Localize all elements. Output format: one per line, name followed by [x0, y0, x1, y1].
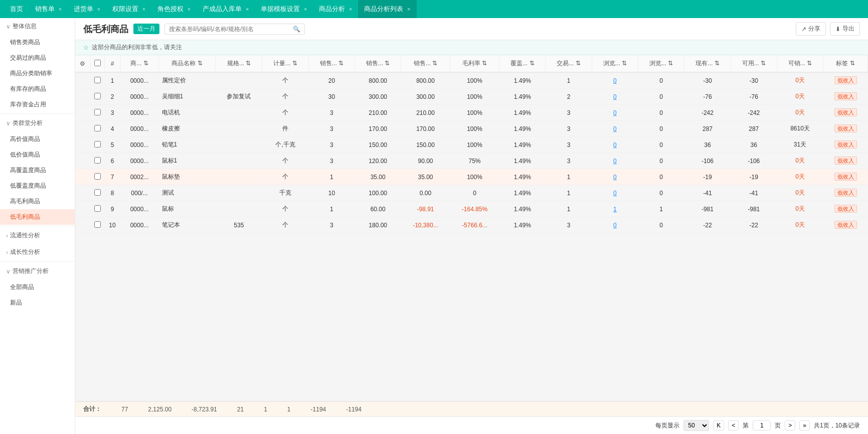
- cell-view1[interactable]: 0: [592, 185, 638, 201]
- next-page-btn[interactable]: >: [785, 420, 795, 430]
- cell-checkbox[interactable]: [90, 121, 104, 137]
- cell-checkbox[interactable]: [90, 169, 104, 185]
- row-checkbox[interactable]: [94, 221, 101, 228]
- export-button[interactable]: ⬇ 导出: [830, 22, 860, 36]
- col-current[interactable]: 现有... ⇅: [684, 55, 731, 72]
- search-icon[interactable]: 🔍: [293, 26, 300, 33]
- cell-checkbox[interactable]: [90, 201, 104, 217]
- nav-permissions-close[interactable]: ×: [142, 6, 145, 12]
- col-checkbox[interactable]: [90, 55, 104, 72]
- nav-sales[interactable]: 销售单 ×: [29, 0, 68, 18]
- nav-analysis[interactable]: 商品分析 ×: [313, 0, 358, 18]
- cell-view1[interactable]: 0: [592, 121, 638, 137]
- row-checkbox[interactable]: [94, 109, 101, 115]
- sidebar-group-overall[interactable]: ∨ 整体信息: [0, 18, 75, 35]
- cell-checkbox[interactable]: [90, 137, 104, 153]
- cell-view1[interactable]: 0: [592, 153, 638, 169]
- sidebar-group-marketing[interactable]: ∨ 营销推广分析: [0, 263, 75, 279]
- col-coverage[interactable]: 覆盖... ⇅: [499, 55, 546, 72]
- row-checkbox[interactable]: [94, 189, 101, 196]
- page-input[interactable]: [753, 420, 771, 430]
- nav-products-close[interactable]: ×: [246, 6, 249, 12]
- sidebar-item-low-value[interactable]: 低价值商品: [0, 147, 75, 163]
- nav-roles-close[interactable]: ×: [188, 6, 191, 12]
- cell-checkbox[interactable]: [90, 185, 104, 201]
- sidebar-item-low-profit[interactable]: 低毛利商品: [0, 209, 75, 225]
- sidebar-item-goods-abc[interactable]: 商品分类助销率: [0, 66, 75, 81]
- first-page-btn[interactable]: K: [713, 420, 724, 430]
- search-input[interactable]: [169, 26, 291, 33]
- col-sellable[interactable]: 可销... ⇅: [777, 55, 823, 72]
- row-checkbox[interactable]: [94, 125, 101, 131]
- prev-page-btn[interactable]: <: [728, 420, 739, 430]
- share-button[interactable]: ↗ 分享: [796, 22, 826, 36]
- sidebar-group-growth[interactable]: › 成长性分析: [0, 244, 75, 260]
- col-gross-rate[interactable]: 毛利率 ⇅: [450, 55, 499, 72]
- nav-sales-close[interactable]: ×: [59, 6, 62, 12]
- cell-view1[interactable]: 0: [592, 169, 638, 185]
- sidebar-item-new-goods[interactable]: 新品: [0, 295, 75, 311]
- col-name[interactable]: 商品名称 ⇅: [158, 55, 216, 72]
- col-code[interactable]: 商... ⇅: [120, 55, 158, 72]
- cell-checkbox[interactable]: [90, 89, 104, 105]
- row-checkbox[interactable]: [94, 173, 101, 180]
- period-btn[interactable]: 近一月: [133, 24, 159, 34]
- col-available[interactable]: 可用... ⇅: [731, 55, 777, 72]
- sidebar-item-all-goods[interactable]: 全部商品: [0, 279, 75, 295]
- nav-home[interactable]: 首页: [4, 0, 29, 18]
- nav-analysis-list-close[interactable]: ×: [407, 6, 410, 12]
- cell-sellable: 0天: [777, 72, 823, 89]
- col-sales-amount[interactable]: 销售... ⇅: [401, 55, 450, 72]
- page-size-select[interactable]: 50 100 200: [683, 420, 709, 431]
- nav-templates-close[interactable]: ×: [304, 6, 307, 12]
- last-page-btn[interactable]: »: [799, 420, 810, 430]
- sidebar-item-high-value[interactable]: 高价值商品: [0, 131, 75, 147]
- col-spec[interactable]: 规格... ⇅: [216, 55, 262, 72]
- select-all-checkbox[interactable]: [94, 60, 101, 66]
- cell-sales-price: 100.00: [355, 185, 401, 201]
- sidebar-item-low-coverage[interactable]: 低覆盖度商品: [0, 178, 75, 194]
- col-view1[interactable]: 浏览... ⇅: [592, 55, 638, 72]
- cell-code: 0000...: [120, 121, 158, 137]
- col-view2[interactable]: 浏览... ⇅: [638, 55, 684, 72]
- col-sales-price[interactable]: 销售... ⇅: [355, 55, 401, 72]
- col-tag[interactable]: 标签 ⇅: [823, 55, 868, 72]
- sidebar-group-flow[interactable]: › 流通性分析: [0, 227, 75, 244]
- cell-view1[interactable]: 0: [592, 137, 638, 153]
- sidebar-item-capital[interactable]: 库存资金占用: [0, 97, 75, 112]
- nav-products[interactable]: 产成品入库单 ×: [197, 0, 255, 18]
- row-checkbox[interactable]: [94, 157, 101, 164]
- col-trade-count[interactable]: 交易... ⇅: [546, 55, 592, 72]
- col-settings[interactable]: ⚙: [75, 55, 90, 72]
- cell-name: 鼠标1: [158, 153, 216, 169]
- sidebar-group-cluster[interactable]: ∨ 类群堂分析: [0, 115, 75, 131]
- cell-checkbox[interactable]: [90, 105, 104, 121]
- nav-permissions[interactable]: 权限设置 ×: [106, 0, 151, 18]
- cell-view1[interactable]: 0: [592, 89, 638, 105]
- sidebar-item-sales-category[interactable]: 销售类商品: [0, 35, 75, 50]
- cell-checkbox[interactable]: [90, 217, 104, 233]
- cell-checkbox[interactable]: [90, 72, 104, 89]
- col-sales-qty[interactable]: 销售... ⇅: [308, 55, 355, 72]
- footer-sales-amount: -8,723.91: [192, 406, 217, 413]
- cell-view1[interactable]: 0: [592, 217, 638, 233]
- cell-view1[interactable]: 0: [592, 72, 638, 89]
- sidebar-item-high-profit[interactable]: 高毛利商品: [0, 194, 75, 209]
- row-checkbox[interactable]: [94, 77, 101, 83]
- nav-purchase-close[interactable]: ×: [97, 6, 100, 12]
- nav-templates[interactable]: 单据模板设置 ×: [255, 0, 313, 18]
- sidebar-item-high-coverage[interactable]: 高覆盖度商品: [0, 163, 75, 178]
- nav-purchase[interactable]: 进货单 ×: [68, 0, 106, 18]
- sidebar-item-traded-goods[interactable]: 交易过的商品: [0, 50, 75, 66]
- cell-checkbox[interactable]: [90, 153, 104, 169]
- col-unit[interactable]: 计量... ⇅: [262, 55, 308, 72]
- row-checkbox[interactable]: [94, 205, 101, 212]
- row-checkbox[interactable]: [94, 141, 101, 148]
- nav-analysis-close[interactable]: ×: [349, 6, 352, 12]
- cell-view1[interactable]: 1: [592, 201, 638, 217]
- nav-analysis-list[interactable]: 商品分析列表 ×: [358, 0, 416, 18]
- row-checkbox[interactable]: [94, 93, 101, 99]
- nav-roles[interactable]: 角色授权 ×: [151, 0, 197, 18]
- sidebar-item-in-stock[interactable]: 有库存的商品: [0, 81, 75, 97]
- cell-view1[interactable]: 0: [592, 105, 638, 121]
